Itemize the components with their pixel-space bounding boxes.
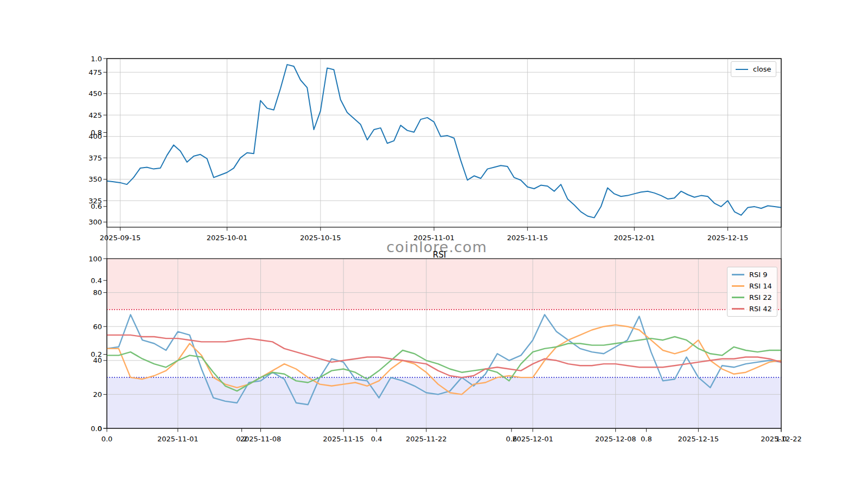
rsi9-line-swatch-icon — [732, 274, 744, 275]
rsi14-line-swatch-icon — [732, 285, 744, 287]
x-tick-label: 2025-12-01 — [614, 234, 655, 242]
overbought-zone — [107, 259, 781, 310]
y-tick-label: 300 — [88, 218, 102, 226]
rsi22-line-swatch-icon — [732, 297, 744, 298]
y-tick-label: 80 — [93, 288, 102, 297]
background-x-tick-label: 0.0 — [101, 435, 113, 443]
y-tick-label: 325 — [88, 197, 102, 205]
legend-label: RSI 22 — [749, 293, 772, 301]
gridlines — [107, 59, 781, 227]
close-legend: close — [731, 61, 776, 77]
legend-row: close — [736, 63, 771, 75]
rsi-chart: 1008060402002025-11-012025-11-082025-11-… — [88, 255, 802, 444]
x-tick-label: 2025-11-01 — [157, 435, 199, 443]
rsi42-line-swatch-icon — [732, 308, 744, 310]
figure: 1.00.80.60.40.20.00.00.20.40.60.81.04754… — [0, 0, 868, 488]
y-tick-label: 0 — [98, 425, 102, 433]
close-line-swatch-icon — [736, 69, 748, 70]
y-tick-label: 40 — [93, 356, 102, 364]
legend-label: close — [753, 65, 771, 73]
y-tick-label: 425 — [88, 111, 102, 119]
y-tick-label: 60 — [93, 323, 102, 331]
x-tick-label: 2025-09-15 — [100, 234, 141, 242]
y-tick-label: 450 — [88, 89, 102, 98]
rsi-chart-title: RSI — [433, 250, 446, 260]
x-tick-label: 2025-11-15 — [323, 435, 364, 443]
legend-row: RSI 14 — [732, 280, 772, 292]
x-tick-label: 2025-11-15 — [507, 234, 548, 242]
y-tick-label: 400 — [88, 132, 102, 140]
close-line — [107, 65, 781, 218]
legend-label: RSI 9 — [749, 271, 768, 279]
background-y-tick-label: 1.0 — [91, 55, 102, 63]
y-tick-label: 20 — [93, 390, 102, 399]
price-chart: 4754504254003753503253002025-09-152025-1… — [88, 59, 781, 242]
background-x-tick-label: 0.8 — [641, 435, 652, 443]
y-tick-label: 100 — [88, 255, 102, 263]
plot-border — [107, 59, 781, 227]
x-tick-label: 2025-10-15 — [300, 234, 341, 242]
background-y-tick-label: 0.4 — [91, 277, 102, 285]
x-axis: 2025-09-152025-10-012025-10-152025-11-01… — [100, 227, 748, 242]
legend-label: RSI 42 — [749, 305, 772, 313]
rsi42-line — [107, 335, 781, 377]
x-tick-label: 2025-11-22 — [406, 435, 447, 443]
legend-label: RSI 14 — [749, 282, 772, 290]
x-tick-label: 2025-12-15 — [707, 234, 749, 242]
background-x-tick-label: 0.4 — [371, 435, 382, 443]
x-tick-label: 2025-12-22 — [761, 435, 802, 443]
y-tick-label: 350 — [88, 175, 102, 183]
rsi-legend: RSI 9 RSI 14 RSI 22 RSI 42 — [727, 267, 777, 317]
x-tick-label: 2025-11-01 — [413, 234, 455, 242]
legend-row: RSI 9 — [732, 269, 772, 280]
y-tick-label: 475 — [88, 68, 102, 76]
x-tick-label: 2025-12-01 — [512, 435, 553, 443]
x-tick-label: 2025-12-15 — [678, 435, 719, 443]
x-axis: 2025-11-012025-11-082025-11-152025-11-22… — [157, 428, 802, 443]
y-axis: 475450425400375350325300 — [88, 68, 107, 226]
x-tick-label: 2025-10-01 — [207, 234, 248, 242]
legend-row: RSI 22 — [732, 292, 772, 303]
legend-row: RSI 42 — [732, 303, 772, 314]
x-tick-label: 2025-11-08 — [240, 435, 282, 443]
x-tick-label: 2025-12-08 — [595, 435, 636, 443]
y-tick-label: 375 — [88, 154, 102, 162]
